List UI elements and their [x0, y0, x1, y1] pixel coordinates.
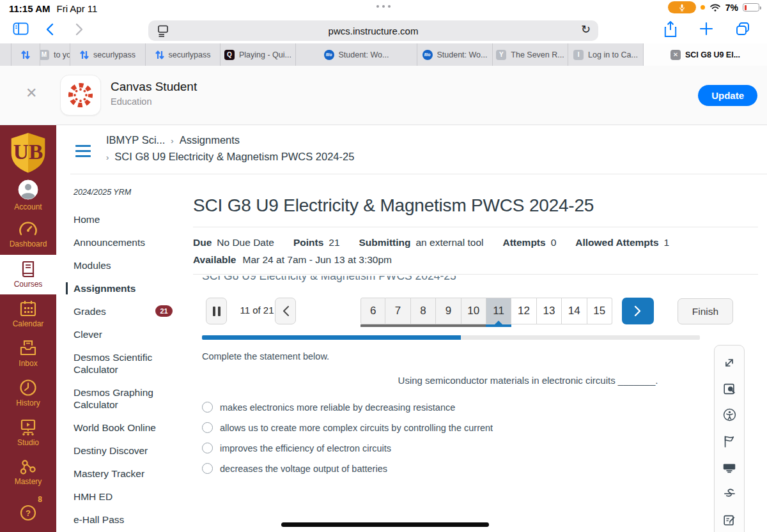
- question-number-cell[interactable]: 7: [385, 298, 410, 324]
- tab-active[interactable]: ✕ SCI G8 U9 El...: [644, 43, 767, 66]
- avatar-icon: [17, 179, 39, 201]
- course-nav-desmos-graphing[interactable]: Desmos Graphing Calculator: [74, 386, 186, 411]
- canvas-app-icon: [60, 75, 101, 116]
- microphone-indicator-icon[interactable]: [668, 1, 696, 13]
- multitasking-dots-icon[interactable]: [0, 5, 767, 8]
- radio-button[interactable]: [202, 402, 213, 413]
- wifi-icon: [709, 3, 721, 12]
- sidebar-item-courses[interactable]: Courses: [0, 255, 56, 294]
- answer-option[interactable]: improves the efficiency of electron circ…: [202, 443, 758, 453]
- close-tab-icon[interactable]: ✕: [670, 50, 681, 60]
- tab-3[interactable]: securlypass: [146, 43, 221, 66]
- answer-option[interactable]: allows us to create more complex circuit…: [202, 422, 758, 433]
- school-ub-logo[interactable]: UB: [7, 130, 49, 176]
- reload-icon[interactable]: ↻: [581, 22, 591, 36]
- submitting-value: an external tool: [415, 237, 483, 248]
- tab-7[interactable]: Y The Seven R...: [493, 43, 568, 66]
- calendar-icon: [19, 300, 37, 317]
- sidebar-item-calendar[interactable]: Calendar: [0, 294, 56, 334]
- studio-icon: [19, 418, 38, 436]
- answer-option[interactable]: makes electronics more reliable by decre…: [202, 402, 758, 413]
- forward-icon[interactable]: [75, 23, 84, 36]
- course-nav-announcements[interactable]: Announcements: [74, 236, 186, 248]
- course-nav: 2024/2025 YRM Home Announcements Modules…: [74, 188, 186, 532]
- answer-option[interactable]: decreases the voltage output of batterie…: [202, 463, 758, 474]
- course-nav-hmh[interactable]: HMH ED: [74, 490, 186, 503]
- course-nav-ehall[interactable]: e-Hall Pass: [74, 513, 186, 526]
- assignment-details: DueNo Due Date Points21 Submittingan ext…: [193, 237, 758, 248]
- help-badge: 8: [38, 495, 42, 504]
- next-question-button[interactable]: [622, 298, 654, 324]
- assignment-title: SCI G8 U9 Electricity & Magnetism PWCS 2…: [193, 195, 758, 216]
- radio-button[interactable]: [202, 422, 213, 433]
- accessibility-icon[interactable]: [715, 402, 744, 428]
- question-number-cell[interactable]: 6: [360, 298, 385, 324]
- question-prompt: Complete the statement below.: [202, 351, 758, 361]
- prev-question-button[interactable]: [275, 298, 296, 324]
- radio-button[interactable]: [202, 443, 213, 453]
- update-button[interactable]: Update: [698, 85, 757, 106]
- sidebar-item-mastery[interactable]: Mastery: [0, 453, 56, 492]
- tab-label: Log in to Ca...: [588, 50, 638, 59]
- sidebar-item-studio[interactable]: Studio: [0, 413, 56, 453]
- question-number-cell[interactable]: 13: [537, 298, 562, 324]
- zoom-page-icon[interactable]: [715, 376, 744, 402]
- course-nav-mastery-tracker[interactable]: Mastery Tracker: [74, 467, 186, 480]
- strikeout-icon[interactable]: [715, 480, 744, 506]
- course-nav-assignments[interactable]: Assignments: [66, 282, 186, 294]
- question-number-cell[interactable]: 15: [587, 298, 612, 324]
- reader-icon[interactable]: [157, 24, 169, 38]
- address-bar[interactable]: pwcs.instructure.com ↻: [148, 20, 598, 41]
- tab-8[interactable]: I Log in to Ca...: [568, 43, 644, 66]
- question-number-cell-current[interactable]: 11: [486, 298, 511, 324]
- banner-close-icon[interactable]: ✕: [26, 86, 37, 100]
- breadcrumb-assignments[interactable]: Assignments: [180, 134, 240, 146]
- notes-icon[interactable]: [715, 506, 744, 532]
- finish-button[interactable]: Finish: [678, 298, 733, 324]
- tabs-overview-icon[interactable]: [735, 22, 750, 36]
- sidebar-item-inbox[interactable]: Inbox: [0, 334, 56, 374]
- share-icon[interactable]: [663, 20, 678, 38]
- back-icon[interactable]: [45, 23, 54, 36]
- question-number-cell[interactable]: 12: [511, 298, 536, 324]
- course-nav-home[interactable]: Home: [74, 213, 186, 225]
- svg-text:UB: UB: [13, 140, 43, 163]
- radio-button[interactable]: [202, 463, 213, 474]
- hamburger-menu-icon[interactable]: [75, 145, 91, 157]
- question-number-cell[interactable]: 8: [411, 298, 436, 324]
- sidebar-item-label: Dashboard: [10, 239, 47, 248]
- home-indicator[interactable]: [281, 522, 489, 527]
- breadcrumb-page[interactable]: SCI G8 U9 Electricity & Magnetism PWCS 2…: [114, 151, 354, 162]
- points-field: Points21: [293, 237, 340, 248]
- breadcrumb-course[interactable]: IBMYP Sci...: [106, 134, 165, 146]
- sidebar-toggle-icon[interactable]: [13, 22, 29, 36]
- course-nav-desmos-scientific[interactable]: Desmos Scientific Calculator: [74, 351, 186, 376]
- question-number-cell[interactable]: 10: [461, 298, 486, 324]
- battery-percent: 7%: [725, 3, 738, 13]
- new-tab-icon[interactable]: [699, 22, 713, 36]
- course-nav-grades[interactable]: Grades21: [74, 305, 186, 317]
- sidebar-item-label: Calendar: [13, 319, 44, 328]
- question-number-cell[interactable]: 14: [562, 298, 587, 324]
- course-nav-clever[interactable]: Clever: [74, 328, 186, 340]
- question-number-cell[interactable]: 9: [436, 298, 461, 324]
- tab-6[interactable]: filo Student: Wo...: [417, 43, 493, 66]
- sidebar-item-help[interactable]: ? 8: [0, 492, 56, 532]
- sidebar-item-history[interactable]: History: [0, 374, 56, 413]
- flag-icon[interactable]: [715, 428, 744, 454]
- course-nav-modules[interactable]: Modules: [74, 259, 186, 271]
- tab-1[interactable]: M to yo: [40, 43, 70, 66]
- tab-4[interactable]: Q Playing - Qui...: [221, 43, 296, 66]
- course-nav-world-book[interactable]: World Book Online: [74, 422, 186, 434]
- tab-label: SCI G8 U9 El...: [685, 50, 740, 59]
- sidebar-item-account[interactable]: Account: [0, 176, 56, 215]
- quiz-progress-bar: [202, 335, 700, 340]
- mask-icon[interactable]: [715, 454, 744, 480]
- tab-securly-pinned[interactable]: [12, 43, 40, 66]
- tab-5[interactable]: filo Student: Wo...: [296, 43, 417, 66]
- sidebar-item-dashboard[interactable]: Dashboard: [0, 215, 56, 255]
- tab-2[interactable]: securlypass: [70, 43, 146, 66]
- sidebar-item-label: Courses: [14, 280, 43, 289]
- course-nav-destiny[interactable]: Destiny Discover: [74, 445, 186, 457]
- expand-icon[interactable]: [715, 349, 744, 376]
